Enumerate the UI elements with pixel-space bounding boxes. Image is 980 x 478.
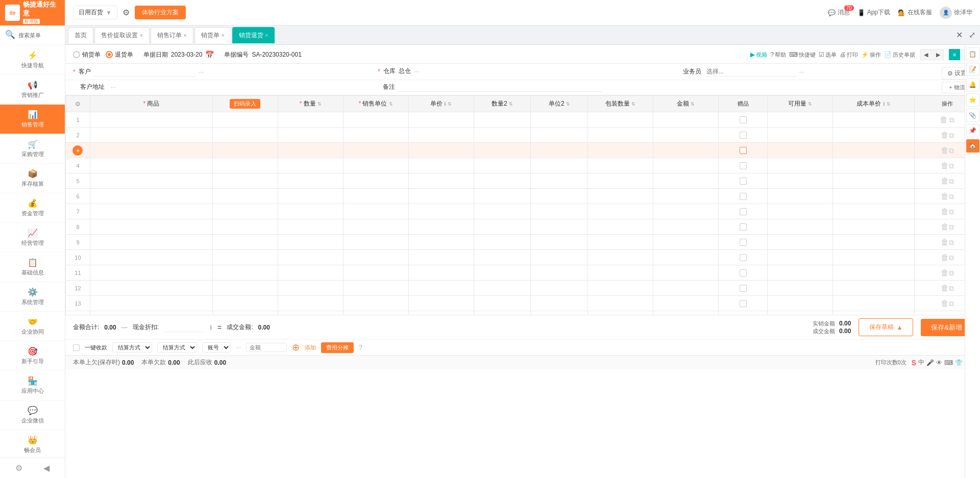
add-payment-button[interactable]: ⊕	[292, 342, 300, 353]
maximize-icon[interactable]: ⤢	[967, 29, 977, 41]
sidebar-item-guide[interactable]: 🎯新手引导	[0, 341, 65, 371]
gift-checkbox[interactable]	[740, 239, 747, 246]
delete-row-button[interactable]: 🗑	[941, 238, 949, 247]
delete-row-button[interactable]: 🗑	[941, 314, 949, 315]
copy-row-button[interactable]: ⧉	[949, 254, 954, 262]
settings-icon[interactable]: ⚙	[15, 463, 22, 473]
save-draft-button[interactable]: 保存草稿 ▲	[859, 318, 913, 336]
right-panel-btn-6[interactable]: 📌	[966, 124, 979, 137]
tab-close-icon[interactable]: ×	[140, 33, 143, 38]
salesperson-input[interactable]	[704, 67, 796, 77]
customer-ellipsis-btn[interactable]: ···	[199, 68, 204, 76]
radio-sales[interactable]: 销货单	[73, 51, 101, 59]
delete-row-button[interactable]: 🗑	[941, 177, 949, 186]
gift-checkbox[interactable]	[740, 208, 747, 215]
copy-row-button[interactable]: ⧉	[949, 192, 954, 201]
fee-split-button[interactable]: 费用分摊	[321, 342, 354, 353]
warehouse-ellipsis-btn[interactable]: ···	[414, 68, 419, 75]
product-cell[interactable]	[90, 112, 212, 128]
quantity-cell[interactable]	[278, 112, 343, 128]
app-download-button[interactable]: 📱 App下载	[857, 8, 890, 17]
calendar-icon[interactable]: 📅	[205, 51, 214, 59]
customer-input[interactable]	[94, 67, 196, 77]
copy-row-button[interactable]: ⧉	[949, 177, 954, 186]
copy-row-button[interactable]: ⧉	[949, 299, 954, 308]
tab-close-icon[interactable]: ×	[184, 33, 187, 38]
tab-home[interactable]: 首页	[68, 27, 93, 43]
operation-btn[interactable]: ⚡ 操作	[861, 51, 881, 59]
copy-row-button[interactable]: ⧉	[949, 162, 954, 170]
message-button[interactable]: 💬 消息 70	[828, 8, 850, 17]
tab-price-settings[interactable]: 售价提取设置 ×	[94, 27, 150, 43]
delete-row-button[interactable]: 🗑	[941, 299, 949, 308]
gift-checkbox[interactable]	[740, 254, 747, 261]
sidebar-item-enterprise[interactable]: 🤝企业协同	[0, 312, 65, 341]
gift-checkbox[interactable]	[740, 147, 747, 154]
help-btn[interactable]: ? 帮助	[770, 51, 786, 59]
remark-input[interactable]	[398, 82, 602, 92]
discount-input[interactable]	[164, 322, 205, 332]
delete-row-button[interactable]: 🗑	[941, 207, 949, 216]
product-input-active[interactable]	[92, 147, 210, 154]
right-panel-btn-7[interactable]: 🏠	[966, 139, 979, 153]
copy-row-button[interactable]: ⧉	[949, 116, 954, 124]
delete-row-button[interactable]: 🗑	[940, 115, 948, 124]
one-click-checkbox[interactable]	[73, 344, 80, 351]
right-panel-btn-3[interactable]: 🔔	[966, 78, 979, 91]
copy-row-button[interactable]: ⧉	[949, 238, 954, 247]
close-window-icon[interactable]: ✕	[954, 29, 965, 41]
gift-checkbox[interactable]	[740, 300, 747, 307]
gift-checkbox[interactable]	[740, 223, 747, 231]
sidebar-item-marketing[interactable]: 📢营销推广	[0, 75, 65, 105]
fee-help-icon[interactable]: ?	[359, 344, 362, 351]
gift-checkbox[interactable]	[740, 285, 747, 292]
copy-row-button[interactable]: ⧉	[949, 223, 954, 232]
account-number-select[interactable]: 账号	[202, 342, 231, 353]
barcode-scan-button[interactable]: 扫码录入	[230, 99, 260, 109]
delete-row-button[interactable]: 🗑	[941, 284, 949, 293]
list-view-btn[interactable]: ≡	[949, 49, 960, 60]
trial-plan-button[interactable]: 体验行业方案	[135, 6, 186, 19]
product-input[interactable]	[92, 117, 210, 123]
radio-return[interactable]: 退货单	[106, 51, 133, 59]
prev-arrow[interactable]: ◀	[920, 49, 932, 60]
add-row-button[interactable]: +	[72, 145, 83, 156]
tab-sales-order[interactable]: 销售订单 ×	[151, 27, 193, 43]
delete-row-button[interactable]: 🗑	[941, 268, 949, 278]
copy-row-button[interactable]: ⧉	[949, 269, 954, 278]
gift-checkbox[interactable]	[740, 116, 747, 123]
copy-row-button[interactable]: ⧉	[949, 284, 954, 293]
shortcut-btn[interactable]: ⌨ 快捷键	[789, 51, 816, 59]
copy-row-button[interactable]: ⧉	[949, 315, 954, 315]
delete-row-button[interactable]: 🗑	[941, 161, 949, 170]
sidebar-item-shortcut[interactable]: ⚡快捷导航	[0, 45, 65, 75]
sidebar-item-system[interactable]: ⚙️系统管理	[0, 282, 65, 312]
sidebar-item-purchase[interactable]: 🛒采购管理	[0, 134, 65, 164]
collapse-icon[interactable]: ◀	[43, 463, 50, 473]
tab-close-icon[interactable]: ×	[265, 33, 268, 38]
sidebar-item-finance[interactable]: 💰资金管理	[0, 193, 65, 223]
customer-address-ellipsis[interactable]: ···	[111, 84, 116, 91]
sidebar-item-wechat[interactable]: 💬企业微信	[0, 400, 65, 430]
settlement-method-select[interactable]: 结算方式	[112, 342, 152, 353]
sidebar-item-sales[interactable]: 📊销售管理	[0, 105, 65, 134]
next-arrow[interactable]: ▶	[933, 49, 944, 60]
sidebar-item-search[interactable]: 🔍搜索菜单	[0, 26, 65, 45]
gift-checkbox[interactable]	[740, 178, 747, 185]
product-cell-active[interactable]	[90, 143, 212, 158]
gift-checkbox[interactable]	[740, 132, 747, 139]
quantity-input[interactable]	[280, 117, 341, 123]
tab-close-icon[interactable]: ×	[222, 33, 225, 38]
account-select[interactable]: 结算方式	[157, 342, 197, 353]
right-panel-btn-5[interactable]: 📎	[966, 109, 979, 122]
account-ellipsis[interactable]: ···	[236, 344, 241, 351]
sidebar-item-inventory[interactable]: 📦库存核算	[0, 164, 65, 193]
salesperson-ellipsis-btn[interactable]: ···	[799, 68, 804, 76]
copy-row-button[interactable]: ⧉	[949, 208, 954, 216]
delete-row-button[interactable]: 🗑	[941, 146, 949, 155]
video-btn[interactable]: ▶ 视频	[750, 51, 767, 59]
copy-row-button[interactable]: ⧉	[949, 146, 954, 155]
select-btn[interactable]: ☑ 选单	[819, 51, 837, 59]
user-menu[interactable]: 👤 徐泽华	[940, 7, 972, 19]
tab-sales-return[interactable]: 销货退货 ×	[232, 27, 275, 43]
